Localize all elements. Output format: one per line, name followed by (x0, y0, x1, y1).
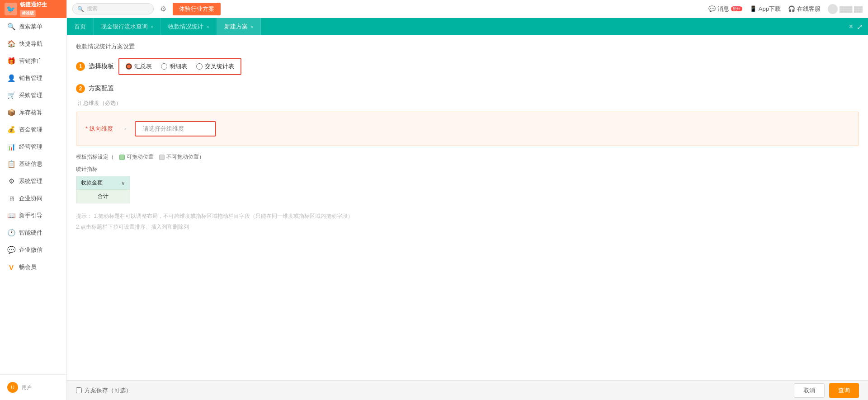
tab-receipt-stats-close[interactable]: × (206, 24, 209, 29)
template-radio-group: 汇总表 明细表 交叉统计表 (118, 58, 241, 75)
search-placeholder-text: 搜索 (87, 5, 98, 13)
vertical-dimension-label: * 纵向维度 (85, 125, 113, 133)
hint-line1: 提示： 1.拖动标题栏可以调整布局，不可跨维度或指标区域拖动栏目字段（只能在同一… (76, 211, 859, 221)
sales-icon: 👤 (7, 74, 15, 82)
sidebar-item-enterprise-coop[interactable]: 🖥 企业协同 (0, 190, 66, 207)
sidebar-item-operations[interactable]: 📊 经营管理 (0, 138, 66, 155)
stat-indicator-title: 统计指标 (76, 165, 130, 173)
radio-cross[interactable]: 交叉统计表 (196, 62, 234, 71)
step1-title: 选择模板 (89, 62, 114, 71)
tab-bank-flow-close[interactable]: × (151, 24, 153, 29)
tab-home-label: 首页 (74, 23, 86, 31)
user-info[interactable]: ▓▓▓ ▓▓ (828, 4, 863, 14)
tab-bank-flow[interactable]: 现金银行流水查询 × (94, 18, 161, 35)
indicator-dropdown-icon[interactable]: ∨ (121, 180, 125, 186)
sidebar-item-search-menu[interactable]: 🔍 搜索菜单 (0, 18, 66, 35)
draggable-label: 可拖动位置 (127, 153, 154, 161)
sidebar-item-marketing[interactable]: 🎁 营销推广 (0, 52, 66, 70)
user-avatar (828, 4, 838, 14)
sidebar-logo: 🐦 畅捷通好生 标准版 (0, 0, 66, 18)
online-service-icon: 🎧 (788, 5, 795, 12)
enterprise-coop-icon: 🖥 (7, 195, 15, 202)
tab-home[interactable]: 首页 (67, 18, 94, 35)
basic-info-icon: 📋 (7, 160, 15, 168)
tab-new-plan[interactable]: 新建方案 × (217, 18, 261, 35)
sidebar-item-finance[interactable]: 💰 资金管理 (0, 121, 66, 138)
cancel-button[interactable]: 取消 (794, 383, 825, 398)
hints-section: 提示： 1.拖动标题栏可以调整布局，不可跨维度或指标区域拖动栏目字段（只能在同一… (76, 211, 859, 232)
online-service-button[interactable]: 🎧 在线客服 (788, 5, 821, 13)
sidebar-bottom: U 用户 (0, 374, 66, 400)
tabs-right-controls: × ⤢ (849, 23, 868, 31)
tab-new-plan-label: 新建方案 (224, 23, 248, 31)
dimension-arrow: → (120, 125, 127, 133)
indicator-table-header[interactable]: 收款金额 ∨ (76, 176, 130, 189)
save-option-label[interactable]: 方案保存（可选） (76, 386, 132, 395)
radio-cross-label: 交叉统计表 (205, 62, 234, 71)
message-badge: 99+ (731, 6, 742, 11)
trial-button[interactable]: 体验行业方案 (173, 3, 221, 15)
indicator-header-label: 收款金额 (81, 179, 103, 187)
message-button[interactable]: 💬 消息 99+ (708, 5, 742, 13)
tab-bar: 首页 现金银行流水查询 × 收款情况统计 × 新建方案 × × ⤢ (67, 18, 868, 35)
radio-summary[interactable]: 汇总表 (126, 62, 152, 71)
sidebar-item-purchase[interactable]: 🛒 采购管理 (0, 87, 66, 104)
sidebar-label-enterprise-coop: 企业协同 (19, 194, 42, 202)
radio-summary-input[interactable] (126, 63, 132, 70)
sidebar-item-quick-nav[interactable]: 🏠 快捷导航 (0, 35, 66, 52)
search-menu-icon: 🔍 (7, 23, 15, 31)
radio-detail-label: 明细表 (170, 62, 187, 71)
sidebar: 🐦 畅捷通好生 标准版 🔍 搜索菜单 🏠 快捷导航 🎁 营销推广 👤 销售管理 … (0, 0, 67, 400)
indicator-table-cell: 合计 (76, 189, 130, 203)
content-inner: 收款情况统计方案设置 1 选择模板 汇总表 (67, 35, 868, 380)
avatar-icon: U (7, 382, 18, 393)
non-draggable-dot (159, 155, 165, 160)
dimension-select[interactable]: 请选择分组维度 (135, 121, 216, 136)
quick-nav-icon: 🏠 (7, 40, 15, 48)
main-area: 🔍 搜索 ⚙ 体验行业方案 💬 消息 99+ 📱 App下载 🎧 在线客服 ▓▓… (67, 0, 868, 400)
system-icon: ⚙ (7, 177, 15, 185)
settings-icon[interactable]: ⚙ (160, 5, 166, 13)
indicator-section: 模板指标设定（ 可拖动位置 不可拖动位置） 统计指标 (76, 153, 859, 203)
page-title: 收款情况统计方案设置 (76, 42, 859, 51)
sidebar-item-guide[interactable]: 📖 新手引导 (0, 207, 66, 224)
query-button[interactable]: 查询 (829, 383, 859, 398)
tab-close-all-icon[interactable]: × (849, 23, 853, 31)
sidebar-item-basic-info[interactable]: 📋 基础信息 (0, 155, 66, 173)
tab-bank-flow-label: 现金银行流水查询 (101, 23, 148, 31)
sidebar-item-smart-hardware[interactable]: 🕐 智能硬件 (0, 224, 66, 241)
sidebar-item-system[interactable]: ⚙ 系统管理 (0, 173, 66, 190)
sidebar-label-guide: 新手引导 (19, 212, 42, 220)
topbar-search-box[interactable]: 🔍 搜索 (72, 3, 154, 14)
tab-receipt-stats-label: 收款情况统计 (168, 23, 203, 31)
indicator-label-text: 模板指标设定（ (76, 153, 114, 161)
radio-cross-input[interactable] (196, 63, 203, 70)
radio-detail-input[interactable] (161, 63, 167, 70)
sidebar-item-member[interactable]: V 畅会员 (0, 259, 66, 276)
sidebar-label-marketing: 营销推广 (19, 57, 42, 65)
save-checkbox[interactable] (76, 387, 82, 393)
sidebar-item-enterprise-wechat[interactable]: 💬 企业微信 (0, 241, 66, 259)
content-area: 收款情况统计方案设置 1 选择模板 汇总表 (67, 35, 868, 380)
smart-hardware-icon: 🕐 (7, 229, 15, 237)
tab-receipt-stats[interactable]: 收款情况统计 × (161, 18, 217, 35)
app-download-button[interactable]: 📱 App下载 (750, 5, 781, 13)
sidebar-item-inventory[interactable]: 📦 库存核算 (0, 104, 66, 121)
tab-new-plan-close[interactable]: × (250, 24, 253, 29)
sidebar-label-inventory: 库存核算 (19, 108, 42, 117)
sidebar-label-smart-hardware: 智能硬件 (19, 229, 42, 237)
message-icon: 💬 (708, 5, 716, 12)
sidebar-item-sales[interactable]: 👤 销售管理 (0, 70, 66, 87)
sidebar-label-quick-nav: 快捷导航 (19, 40, 42, 48)
step2-number: 2 (76, 84, 85, 93)
radio-detail[interactable]: 明细表 (161, 62, 187, 71)
dimension-area: * 纵向维度 → 请选择分组维度 (76, 112, 859, 146)
sidebar-bottom-avatar[interactable]: U 用户 (0, 378, 66, 396)
tab-maximize-icon[interactable]: ⤢ (857, 23, 863, 31)
sidebar-username: 用户 (22, 384, 32, 391)
logo-brand: 畅捷通好生 (20, 1, 47, 9)
step2-title: 方案配置 (89, 85, 114, 93)
sidebar-label-member: 畅会员 (19, 263, 37, 271)
indicator-legend: 模板指标设定（ 可拖动位置 不可拖动位置） (76, 153, 859, 161)
non-draggable-label: 不可拖动位置） (166, 153, 204, 161)
